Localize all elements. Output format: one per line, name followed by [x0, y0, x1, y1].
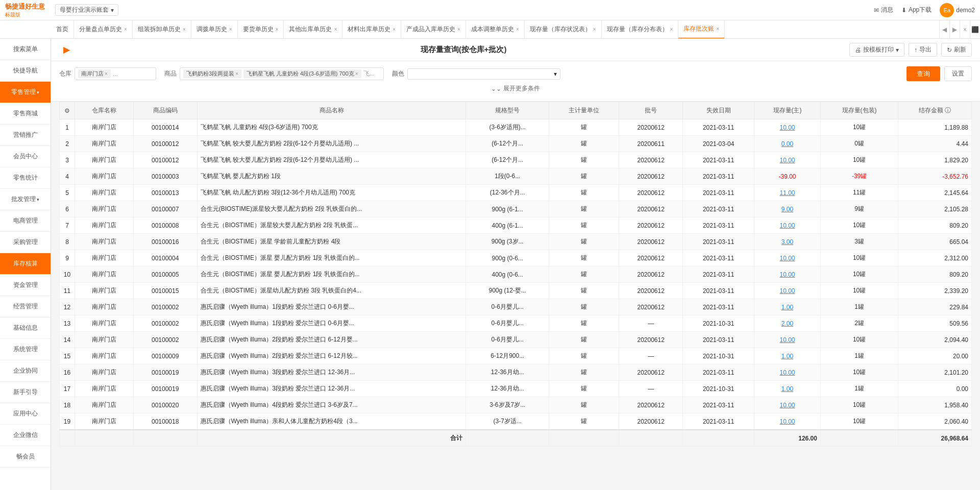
row-stock[interactable]: 11.00: [754, 185, 821, 201]
row-unit: 罐: [549, 201, 619, 217]
sidebar-item-purchase[interactable]: 采购管理: [0, 232, 51, 253]
expand-arrow-btn[interactable]: ▶: [59, 45, 74, 55]
close-icon[interactable]: ×: [124, 27, 127, 32]
sidebar-item-enterprise[interactable]: 企业协同: [0, 360, 51, 382]
message-btn[interactable]: ✉ 消息: [874, 6, 893, 14]
nav-prev-btn[interactable]: ◀: [939, 20, 949, 39]
row-stock[interactable]: -39.00: [754, 168, 821, 185]
remove-warehouse-tag-btn[interactable]: ×: [105, 71, 108, 77]
close-icon[interactable]: ×: [393, 27, 396, 32]
row-expiry: 2021-03-11: [683, 152, 754, 168]
row-stock[interactable]: 10.00: [754, 152, 821, 168]
sidebar-item-finance[interactable]: 资金管理: [0, 275, 51, 296]
close-icon[interactable]: ×: [516, 27, 519, 32]
tab-diaobodanhis[interactable]: 调拨单历史×: [191, 20, 238, 39]
row-stock[interactable]: 10.00: [754, 250, 821, 266]
sidebar-item-retail-mall[interactable]: 零售商城: [0, 103, 51, 125]
remove-product-tag2-btn[interactable]: ×: [355, 71, 358, 77]
sidebar-item-member2[interactable]: 畅会员: [0, 446, 51, 468]
sidebar-item-wholesale[interactable]: 批发管理▾: [0, 189, 51, 210]
tab-cailiaochukulhis[interactable]: 材料出库单历史×: [342, 20, 401, 39]
tab-zuzhangchaijian[interactable]: 组装拆卸单历史×: [133, 20, 191, 39]
color-input[interactable]: ▾: [407, 68, 560, 80]
remove-product-tag1-btn[interactable]: ×: [235, 71, 238, 77]
chevron-down-icon: ▾: [554, 70, 557, 78]
close-icon[interactable]: ×: [183, 27, 186, 32]
tab-chanpinrukukhis[interactable]: 产成品入库单历史×: [401, 20, 466, 39]
sidebar-item-app-center[interactable]: 应用中心: [0, 403, 51, 425]
row-spec: 900g (12-婴...: [466, 283, 549, 299]
row-code: 00100009: [133, 348, 197, 364]
row-name: 惠氏启骤（Wyeth illuma）3段奶粉 爱尔兰进口 12-36月...: [197, 364, 466, 381]
tab-kupizhang[interactable]: 库存批次账×: [678, 20, 725, 39]
row-stock[interactable]: 2.00: [754, 315, 821, 332]
close-icon[interactable]: ×: [593, 27, 596, 32]
warehouse-more[interactable]: ...: [113, 70, 118, 78]
th-expiry: 失效日期: [683, 102, 754, 119]
sidebar-item-ecom[interactable]: 电商管理: [0, 210, 51, 232]
tab-qitachukulhis[interactable]: 其他出库单历史×: [284, 20, 342, 39]
sidebar-item-newuser[interactable]: 新手引导: [0, 382, 51, 403]
footer-total-amount: 26,968.64: [898, 430, 972, 447]
refresh-btn[interactable]: ↻ 刷新: [941, 43, 972, 57]
print-btn[interactable]: 🖨 按模板打印 ▾: [849, 43, 904, 57]
tab-xiancunliang-kufen[interactable]: 现存量（库存分布表）×: [602, 20, 679, 39]
close-icon[interactable]: ×: [670, 27, 673, 32]
row-stock[interactable]: 10.00: [754, 332, 821, 348]
row-stock[interactable]: 1.00: [754, 299, 821, 315]
row-stock[interactable]: 10.00: [754, 364, 821, 381]
row-stock[interactable]: 10.00: [754, 397, 821, 413]
tab-xiancunliang-kufu[interactable]: 现存量（库存状况表）×: [525, 20, 602, 39]
settings-btn[interactable]: 设置: [944, 66, 972, 81]
row-stock[interactable]: 10.00: [754, 413, 821, 430]
close-icon[interactable]: ×: [716, 26, 719, 32]
nav-more-btn[interactable]: ⬛: [970, 20, 980, 39]
nav-next-btn[interactable]: ▶: [949, 20, 960, 39]
row-warehouse: 南岸门店: [75, 381, 134, 397]
row-spec: 900g (0-6...: [466, 250, 549, 266]
close-icon[interactable]: ×: [276, 27, 279, 32]
row-stock[interactable]: 3.00: [754, 234, 821, 250]
sidebar-item-marketing[interactable]: 营销推广: [0, 125, 51, 146]
row-stock[interactable]: 10.00: [754, 119, 821, 136]
sidebar-item-retail-stats[interactable]: 零售统计: [0, 167, 51, 189]
app-download-btn[interactable]: ⬇ App下载: [901, 6, 932, 14]
user-menu[interactable]: Ea demo2: [940, 3, 975, 17]
sidebar-item-basic-info[interactable]: 基础信息: [0, 317, 51, 339]
sidebar-item-wechat[interactable]: 企业微信: [0, 425, 51, 446]
query-btn[interactable]: 查询: [906, 66, 940, 81]
nav-close-btn[interactable]: ×: [960, 20, 970, 39]
row-stock[interactable]: 10.00: [754, 283, 821, 299]
sidebar-item-ops[interactable]: 经营管理: [0, 296, 51, 317]
product-more[interactable]: 飞...: [363, 69, 375, 78]
product-input[interactable]: 飞鹤奶粉3段两提装 × 飞鹤星飞帆 儿童奶粉 4段(3-6岁适用) 700克 ×…: [180, 67, 384, 80]
row-expiry: 2021-10-31: [683, 381, 754, 397]
row-unit: 罐: [549, 397, 619, 413]
sidebar-item-member[interactable]: 会员中心: [0, 146, 51, 167]
tab-home[interactable]: 首页: [51, 20, 74, 39]
page-header: ▶ 现存量查询(按仓库+批次) 🖨 按模板打印 ▾ ↑ 导出 ↻ 刷新: [51, 39, 980, 61]
row-stock[interactable]: 10.00: [754, 217, 821, 234]
row-stock[interactable]: 1.00: [754, 348, 821, 364]
row-stock[interactable]: 9.00: [754, 201, 821, 217]
workspace-selector[interactable]: 母婴行业演示账套 ▾: [55, 4, 118, 16]
expand-conditions-btn[interactable]: ⌄⌄ 展开更多条件: [491, 84, 540, 93]
sidebar-item-sys-mgmt[interactable]: 系统管理: [0, 339, 51, 360]
sidebar-item-inventory[interactable]: 库存核算: [0, 253, 51, 275]
th-settings[interactable]: ⚙: [60, 102, 75, 119]
export-btn[interactable]: ↑ 导出: [909, 43, 937, 57]
row-stock-pkg: 0罐: [820, 136, 898, 152]
tab-chenbendiaozheng[interactable]: 成本调整单历史×: [466, 20, 525, 39]
close-icon[interactable]: ×: [457, 27, 460, 32]
close-icon[interactable]: ×: [334, 27, 337, 32]
sidebar-search[interactable]: 搜索菜单: [0, 39, 51, 60]
tab-fenliangpandian[interactable]: 分量盘点单历史×: [74, 20, 133, 39]
tab-yaohuodanhis[interactable]: 要货单历史×: [238, 20, 284, 39]
row-stock[interactable]: 1.00: [754, 381, 821, 397]
row-stock[interactable]: 10.00: [754, 266, 821, 283]
warehouse-input[interactable]: 南岸门店 × ...: [75, 67, 156, 80]
close-icon[interactable]: ×: [229, 27, 232, 32]
sidebar-quick-nav[interactable]: 快捷导航: [0, 60, 51, 82]
sidebar-item-retail-mgmt[interactable]: 零售管理▾: [0, 82, 51, 103]
row-stock[interactable]: 0.00: [754, 136, 821, 152]
